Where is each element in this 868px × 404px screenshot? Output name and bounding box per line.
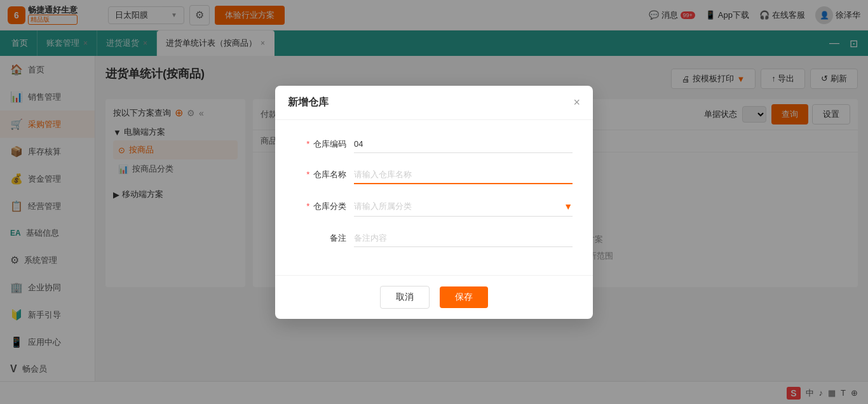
code-input[interactable] [354, 135, 573, 153]
category-select-container[interactable]: 请输入所属分类 ▼ [354, 197, 573, 217]
cancel-button[interactable]: 取消 [380, 286, 430, 309]
remark-label: 备注 [295, 232, 346, 244]
remark-label-text: 备注 [330, 233, 346, 243]
code-label: * 仓库编码 [295, 138, 346, 150]
modal-body: * 仓库编码 * 仓库名称 * 仓库分类 请输入所属 [275, 120, 593, 275]
code-required: * [306, 139, 309, 149]
form-row-category: * 仓库分类 请输入所属分类 ▼ [295, 197, 573, 217]
category-label: * 仓库分类 [295, 201, 346, 212]
modal-title: 新增仓库 [288, 96, 329, 109]
modal-footer: 取消 保存 [275, 275, 593, 319]
form-row-remark: 备注 [295, 229, 573, 247]
category-label-text: 仓库分类 [313, 201, 346, 211]
name-required: * [306, 170, 309, 179]
category-placeholder: 请输入所属分类 [354, 201, 564, 212]
modal-close-button[interactable]: × [573, 96, 580, 109]
name-input[interactable] [354, 166, 573, 184]
category-required: * [306, 201, 309, 211]
form-row-code: * 仓库编码 [295, 135, 573, 153]
remark-input[interactable] [354, 229, 573, 247]
form-row-name: * 仓库名称 [295, 166, 573, 184]
code-label-text: 仓库编码 [313, 139, 346, 149]
modal-overlay: 新增仓库 × * 仓库编码 * 仓库名称 [0, 0, 868, 404]
category-dropdown-arrow: ▼ [564, 201, 573, 212]
save-button[interactable]: 保存 [440, 286, 488, 308]
new-warehouse-modal: 新增仓库 × * 仓库编码 * 仓库名称 [275, 86, 593, 319]
name-label: * 仓库名称 [295, 169, 346, 180]
name-label-text: 仓库名称 [313, 170, 346, 179]
modal-header: 新增仓库 × [275, 86, 593, 120]
